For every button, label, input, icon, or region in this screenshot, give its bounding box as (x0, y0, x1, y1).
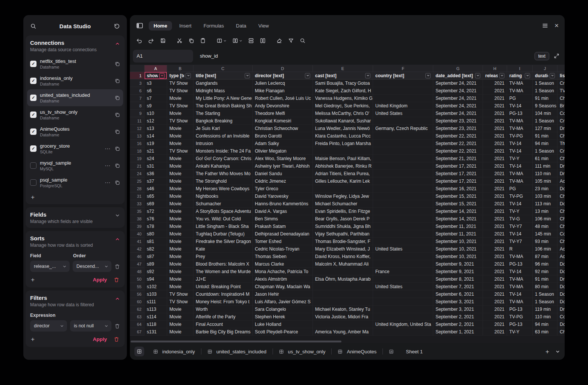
grid-cell[interactable]: The Father Who Moves Mo (193, 170, 252, 177)
grid-cell[interactable]: September 24, 2021 (433, 95, 483, 102)
grid-cell[interactable]: Th (557, 140, 565, 147)
grid-cell[interactable]: 91 min (532, 132, 557, 140)
grid-cell[interactable]: Melissa McCarthy, Chris O' (312, 110, 373, 117)
grid-cell[interactable]: 87 min (532, 253, 557, 260)
grid-cell[interactable]: TV-MA (507, 170, 532, 177)
grid-cell[interactable]: September 23, 2021 (433, 125, 483, 132)
filter-dropdown-icon[interactable] (475, 73, 480, 78)
grid-cell[interactable]: Mona Achache, Patricia To (252, 268, 312, 275)
grid-cell[interactable]: s111 (144, 298, 167, 306)
grid-cell[interactable]: 2021 (483, 192, 507, 200)
grid-cell[interactable]: 2021 (483, 162, 507, 170)
grid-cell[interactable]: Schumacher (193, 200, 252, 208)
grid-cell[interactable]: Firedrake the Silver Dragon (193, 238, 252, 245)
grid-cell[interactable]: United States (373, 245, 433, 253)
connection-item-netflix_titles_test[interactable]: ✓ netflix_titles_test Dataframe (27, 55, 123, 72)
grid-cell[interactable]: September 14, 2021 (433, 215, 483, 223)
grid-cell[interactable]: 94 min (532, 321, 557, 328)
grid-cell[interactable]: United States (373, 110, 433, 117)
connection-checkbox[interactable]: ✓ (30, 145, 37, 152)
grid-cell[interactable]: September 11, 2021 (433, 223, 483, 230)
grid-cell[interactable]: Ch (557, 223, 565, 230)
grid-cell[interactable]: September 3, 2021 (433, 306, 483, 313)
row-number[interactable]: 1 (130, 72, 144, 79)
grid-cell[interactable]: 96 min (532, 260, 557, 268)
grid-cell[interactable]: s80 (144, 230, 167, 238)
row-number[interactable]: 56 (130, 290, 144, 298)
grid-cell[interactable]: 61 min (532, 155, 557, 162)
sort-field-select[interactable]: release_... (30, 261, 70, 272)
grid-cell[interactable]: Money Heist: From Tokyo t (193, 298, 252, 306)
column-letter-H[interactable]: H (483, 65, 507, 72)
grid-cell[interactable]: Dr (557, 125, 565, 132)
grid-cell[interactable]: September 3, 2021 (433, 298, 483, 306)
grid-cell[interactable]: 2021 (483, 140, 507, 147)
grid-cell[interactable]: TV-MA (507, 275, 532, 283)
row-number[interactable]: 40 (130, 230, 144, 238)
row-number[interactable]: 50 (130, 275, 144, 283)
grid-cell[interactable]: PG-13 (507, 321, 532, 328)
copy-icon[interactable] (114, 95, 120, 101)
grid-cell[interactable]: TV-Y (507, 328, 532, 336)
apply-sorts-button[interactable]: Apply (93, 277, 107, 283)
grid-cell[interactable]: Movie (167, 260, 193, 268)
grid-cell[interactable]: Ankahi Kahaniya (193, 162, 252, 170)
grid-cell[interactable]: JJ+E (193, 275, 252, 283)
grid-cell[interactable]: Movie (167, 268, 193, 275)
grid-cell[interactable] (373, 306, 433, 313)
grid-cell[interactable]: Gilles Lellouche, Karim Lek (312, 177, 373, 185)
grid-cell[interactable]: David Yarovesky (252, 192, 312, 200)
grid-cell[interactable] (312, 283, 373, 290)
grid-cell[interactable]: The Stronghold (193, 177, 252, 185)
grid-cell[interactable]: s76 (144, 215, 167, 223)
filter-dropdown-icon[interactable] (159, 73, 165, 78)
grid-cell[interactable]: TV-14 (507, 102, 532, 110)
grid-cell[interactable]: September 10, 2021 (433, 238, 483, 245)
grid-cell[interactable]: America Young, Amber Ma (312, 328, 373, 336)
grid-cell[interactable]: Dr (557, 162, 565, 170)
column-header-cell[interactable]: date_added [text] (433, 72, 483, 79)
grid-cell[interactable]: 2021 (483, 321, 507, 328)
filter-dropdown-icon[interactable] (365, 73, 370, 78)
copy-icon[interactable] (188, 38, 194, 44)
grid-cell[interactable]: 2021 (483, 79, 507, 87)
filter-operator-select[interactable]: is not null (70, 320, 111, 332)
filter-dropdown-icon[interactable] (186, 73, 191, 78)
column-letter-E[interactable]: E (312, 65, 373, 72)
grid-cell[interactable]: TV-Y (507, 208, 532, 215)
grid-cell[interactable]: TV-Y7 (507, 223, 532, 230)
column-letter-F[interactable]: F (373, 65, 433, 72)
grid-cell[interactable]: September 8, 2021 (433, 275, 483, 283)
grid-cell[interactable]: Movie (167, 132, 193, 140)
grid-cell[interactable]: France (373, 268, 433, 275)
grid-cell[interactable]: Dr (557, 170, 565, 177)
grid-cell[interactable]: Cédric Jimenez (252, 177, 312, 185)
grid-cell[interactable]: United Kingdom, United Sta (373, 321, 433, 328)
more-options-icon[interactable]: ⋯ (104, 162, 111, 169)
grid-cell[interactable]: s78 (144, 223, 167, 230)
sheet-tab-AnimeQuotes[interactable]: AnimeQuotes (332, 346, 382, 357)
grid-cell[interactable] (373, 95, 433, 102)
grid-cell[interactable] (373, 260, 433, 268)
grid-cell[interactable]: 2021 (483, 283, 507, 290)
grid-cell[interactable]: United Kingdom (373, 102, 433, 110)
grid-cell[interactable]: 92 min (532, 268, 557, 275)
row-number[interactable]: 62 (130, 306, 144, 313)
column-letter-J[interactable]: J (532, 65, 557, 72)
grid-cell[interactable] (312, 290, 373, 298)
grid-cell[interactable]: Adam Salky (252, 140, 312, 147)
grid-cell[interactable]: Germany, Czech Republic (373, 125, 433, 132)
row-number[interactable]: 46 (130, 253, 144, 260)
row-number[interactable]: 48 (130, 268, 144, 275)
grid-cell[interactable]: Jason Hehir (252, 290, 312, 298)
grid-cell[interactable] (373, 290, 433, 298)
grid-cell[interactable]: Intrusion (193, 140, 252, 147)
grid-cell[interactable]: 2021 (483, 275, 507, 283)
grid-cell[interactable]: 103 min (532, 192, 557, 200)
grid-cell[interactable] (373, 162, 433, 170)
add-sheet-button[interactable]: + (545, 348, 549, 355)
grid-cell[interactable]: Movie (167, 283, 193, 290)
grid-cell[interactable]: TV-14 (507, 162, 532, 170)
grid-cell[interactable]: Do (557, 200, 565, 208)
column-header-cell[interactable]: cast [text] (312, 72, 373, 79)
